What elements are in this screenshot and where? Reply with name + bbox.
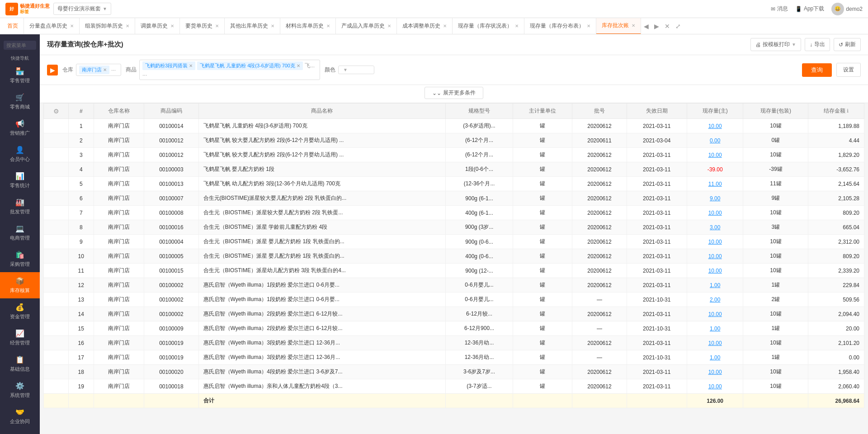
close-icon[interactable]: ✕ bbox=[632, 23, 635, 28]
sidebar-item-marketing[interactable]: 📢 营销推广 bbox=[0, 115, 40, 141]
search-input[interactable] bbox=[4, 41, 36, 50]
sidebar-item-inventory[interactable]: 📦 库存核算 bbox=[0, 272, 40, 298]
cell-spec: 12-36月幼... bbox=[445, 336, 513, 350]
col-batch-no: 批号 bbox=[572, 104, 627, 119]
cell-stock-main[interactable]: 10.00 bbox=[687, 379, 743, 394]
expand-more-button[interactable]: ⌄⌄ 展开更多条件 bbox=[425, 87, 483, 99]
remove-product-tag-2-icon[interactable]: ✕ bbox=[297, 63, 300, 68]
sidebar-item-retail-stats[interactable]: 📊 零售统计 bbox=[0, 167, 40, 193]
footer-balance: 26,968.64 bbox=[808, 394, 864, 408]
sidebar-item-finance[interactable]: 💰 资金管理 bbox=[0, 298, 40, 325]
tab-material-out[interactable]: 材料出库单历史 ✕ bbox=[280, 18, 336, 34]
sidebar-item-wholesale[interactable]: 🏭 批发管理 bbox=[0, 193, 40, 220]
cell-balance: 4.44 bbox=[808, 133, 864, 148]
tab-stock-dist[interactable]: 现存量（库存分布表） ✕ bbox=[524, 18, 596, 34]
refresh-button[interactable]: ↺ 刷新 bbox=[834, 38, 861, 51]
store-selector[interactable]: 母婴行业演示账套 ▼ bbox=[53, 3, 111, 15]
sidebar-item-operations[interactable]: 📈 经营管理 bbox=[0, 325, 40, 351]
filter-expand-button[interactable]: ▶ bbox=[47, 65, 58, 75]
cell-rownum: 7 bbox=[69, 206, 94, 220]
close-icon[interactable]: ✕ bbox=[170, 24, 174, 28]
enterprise-label: 企业协同 bbox=[10, 418, 30, 425]
cell-stock-main[interactable]: 10.00 bbox=[687, 336, 743, 350]
tab-transfer[interactable]: 调拨单历史 ✕ bbox=[135, 18, 180, 34]
tab-stock-status[interactable]: 现存量（库存状况表） ✕ bbox=[453, 18, 524, 34]
cell-stock-main[interactable]: 3.00 bbox=[687, 220, 743, 235]
cell-rownum: 8 bbox=[69, 220, 94, 235]
settings-icon[interactable]: ⚙ bbox=[53, 108, 59, 115]
cell-stock-main[interactable]: 10.00 bbox=[687, 148, 743, 162]
close-icon[interactable]: ✕ bbox=[587, 24, 590, 28]
cell-stock-main[interactable]: 10.00 bbox=[687, 365, 743, 379]
sidebar-item-ecommerce[interactable]: 💻 电商管理 bbox=[0, 220, 40, 246]
tab-other-out[interactable]: 其他出库单历史 ✕ bbox=[225, 18, 280, 34]
close-icon[interactable]: ✕ bbox=[326, 24, 330, 28]
nav-close-icon[interactable]: ✕ bbox=[662, 23, 673, 30]
sidebar-item-system[interactable]: ⚙️ 系统管理 bbox=[0, 377, 40, 403]
cell-stock-main[interactable]: 10.00 bbox=[687, 249, 743, 264]
cell-stock-main[interactable]: 10.00 bbox=[687, 307, 743, 321]
cell-balance: 2,101.20 bbox=[808, 336, 864, 350]
sidebar-item-purchase[interactable]: 🛍️ 采购管理 bbox=[0, 246, 40, 272]
cell-stock-main[interactable]: 10.00 bbox=[687, 119, 743, 133]
balance-info-icon[interactable]: ℹ bbox=[847, 108, 849, 113]
cell-expire-date: 2021-03-11 bbox=[627, 206, 687, 220]
app-download-button[interactable]: 📱 App下载 bbox=[795, 5, 824, 13]
tab-cost-adjust[interactable]: 成本调整单历史 ✕ bbox=[397, 18, 453, 34]
cell-stock-main[interactable]: 11.00 bbox=[687, 177, 743, 191]
remove-warehouse-tag-icon[interactable]: ✕ bbox=[103, 67, 107, 72]
table-container[interactable]: ⚙ # 仓库名称 商品编码 商品名称 规格型号 主计量单位 批号 失效日期 现存… bbox=[40, 103, 868, 434]
cell-stock-main[interactable]: 10.00 bbox=[687, 206, 743, 220]
tab-split-count[interactable]: 分量盘点单历史 ✕ bbox=[24, 18, 80, 34]
sidebar-item-member[interactable]: 👤 会员中心 bbox=[0, 141, 40, 167]
cell-stock-main[interactable]: 9.00 bbox=[687, 191, 743, 206]
warehouse-more-icon[interactable]: ··· bbox=[111, 67, 116, 73]
close-icon[interactable]: ✕ bbox=[515, 24, 519, 28]
nav-next-arrow[interactable]: ▶ bbox=[651, 23, 662, 30]
cell-stock-main[interactable]: 0.00 bbox=[687, 133, 743, 148]
close-icon[interactable]: ✕ bbox=[70, 24, 74, 28]
cell-stock-main[interactable]: 1.00 bbox=[687, 350, 743, 365]
product-tag-area[interactable]: 飞鹤奶粉3段丙搭装 ✕ 飞鹤星飞帆 儿童奶粉 4段(3-6岁适用) 700克 ✕… bbox=[139, 60, 320, 80]
color-input[interactable]: ▼ bbox=[338, 66, 374, 74]
print-label: 按模板打印 bbox=[763, 41, 790, 48]
export-button[interactable]: ↓ 导出 bbox=[805, 38, 830, 51]
product-more-icon[interactable]: ··· bbox=[142, 72, 147, 78]
warehouse-tag-area[interactable]: 南岸门店 ✕ ··· bbox=[76, 64, 121, 76]
query-button[interactable]: 查询 bbox=[802, 63, 832, 77]
messages-button[interactable]: ✉ 消息 bbox=[771, 5, 788, 13]
sidebar-item-retail-store[interactable]: 🛒 零售商城 bbox=[0, 89, 40, 115]
col-settings[interactable]: ⚙ bbox=[44, 104, 69, 119]
table-row: 16 南岸门店 00100019 惠氏启智（Wyeth illuma）3段奶粉 … bbox=[44, 336, 864, 350]
close-icon[interactable]: ✕ bbox=[215, 24, 219, 28]
user-area[interactable]: 😀 demo2 bbox=[831, 3, 863, 15]
tab-product-in[interactable]: 产成品入库单历史 ✕ bbox=[336, 18, 397, 34]
close-icon[interactable]: ✕ bbox=[271, 24, 274, 28]
close-icon[interactable]: ✕ bbox=[387, 24, 391, 28]
cell-stock-main[interactable]: 10.00 bbox=[687, 264, 743, 278]
nav-prev-arrow[interactable]: ◀ bbox=[641, 23, 651, 30]
cell-rownum: 19 bbox=[69, 379, 94, 394]
nav-expand-icon[interactable]: ⤢ bbox=[673, 23, 684, 30]
retail-stats-icon: 📊 bbox=[15, 172, 24, 180]
footer-unit bbox=[513, 394, 572, 408]
material-out-label: 材料出库单历史 bbox=[286, 22, 324, 30]
tab-home[interactable]: 首页 bbox=[2, 18, 24, 34]
sidebar-item-enterprise[interactable]: 🤝 企业协同 bbox=[0, 403, 40, 429]
tab-batch-account[interactable]: 库存批次账 ✕ bbox=[596, 18, 641, 34]
close-icon[interactable]: ✕ bbox=[443, 24, 447, 28]
print-button[interactable]: 🖨 按模板打印 ▼ bbox=[750, 38, 801, 51]
tab-unpack[interactable]: 组装拆卸单历史 ✕ bbox=[80, 18, 135, 34]
cell-stock-main[interactable]: 1.00 bbox=[687, 321, 743, 336]
cell-stock-main[interactable]: 2.00 bbox=[687, 292, 743, 307]
tab-demand[interactable]: 要货单历史 ✕ bbox=[180, 18, 225, 34]
sidebar-item-guide[interactable]: 🧭 新手引导 bbox=[0, 429, 40, 434]
cell-stock-main[interactable]: 10.00 bbox=[687, 235, 743, 249]
close-icon[interactable]: ✕ bbox=[126, 24, 129, 28]
sidebar-item-basic-info[interactable]: 📋 基础信息 bbox=[0, 351, 40, 377]
sidebar-item-retail-mgmt[interactable]: 🏪 零售管理 bbox=[0, 62, 40, 89]
setting-button[interactable]: 设置 bbox=[836, 63, 861, 77]
cell-stock-main[interactable]: -39.00 bbox=[687, 162, 743, 177]
cell-stock-main[interactable]: 1.00 bbox=[687, 278, 743, 292]
remove-product-tag-1-icon[interactable]: ✕ bbox=[189, 63, 193, 68]
